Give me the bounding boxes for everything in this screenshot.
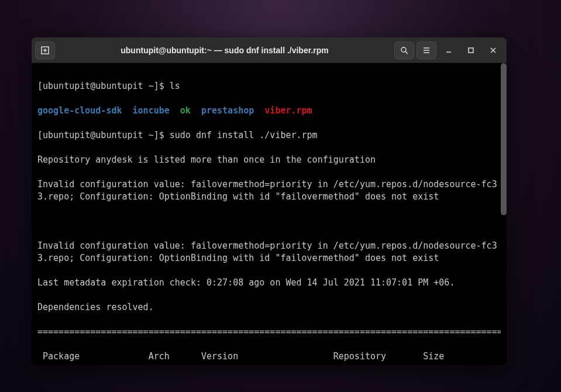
ls-item: ok — [180, 105, 191, 116]
close-button[interactable] — [483, 42, 503, 59]
ls-item: viber.rpm — [264, 105, 312, 116]
hamburger-icon — [422, 46, 431, 54]
command-install: sudo dnf install ./viber.rpm — [170, 130, 318, 140]
terminal-output[interactable]: [ubuntupit@ubuntupit ~]$ ls google-cloud… — [32, 63, 507, 365]
ls-item: prestashop — [201, 105, 254, 116]
ruler-top: ========================================… — [37, 326, 501, 338]
new-tab-button[interactable] — [35, 42, 55, 59]
command-ls: ls — [170, 81, 180, 91]
prompt-line: [ubuntupit@ubuntupit ~]$ ls — [37, 80, 501, 92]
svg-rect-9 — [469, 48, 473, 53]
ls-item: google-cloud-sdk — [37, 105, 122, 116]
search-icon — [400, 46, 408, 54]
prompt: [ubuntupit@ubuntupit ~]$ — [37, 130, 170, 140]
repo-warning: Repository anydesk is listed more than o… — [37, 154, 501, 166]
window-title: ubuntupit@ubuntupit:~ — sudo dnf install… — [55, 46, 394, 55]
blank-line — [37, 215, 501, 228]
terminal-window: ubuntupit@ubuntupit:~ — sudo dnf install… — [32, 37, 507, 365]
titlebar: ubuntupit@ubuntupit:~ — sudo dnf install… — [32, 37, 507, 63]
invalid-config-2: Invalid configuration value: failovermet… — [37, 240, 501, 264]
prompt-line: [ubuntupit@ubuntupit ~]$ sudo dnf instal… — [37, 129, 501, 142]
scrollbar[interactable] — [501, 63, 507, 215]
invalid-config-1: Invalid configuration value: failovermet… — [37, 178, 501, 203]
svg-point-3 — [401, 47, 406, 52]
search-button[interactable] — [394, 42, 414, 59]
maximize-button[interactable] — [461, 42, 481, 59]
minimize-button[interactable] — [439, 42, 459, 59]
deps-resolved: Dependencies resolved. — [37, 301, 501, 314]
pkg-table-header: Package Arch Version Repository Size — [37, 350, 501, 363]
prompt: [ubuntupit@ubuntupit ~]$ — [37, 81, 170, 91]
menu-button[interactable] — [417, 42, 436, 59]
minimize-icon — [446, 47, 452, 53]
ls-item: ioncube — [133, 105, 170, 116]
new-tab-icon — [40, 46, 50, 55]
close-icon — [490, 47, 496, 53]
metadata-check: Last metadata expiration check: 0:27:08 … — [37, 277, 501, 289]
maximize-icon — [468, 47, 474, 53]
ls-output: google-cloud-sdk ioncube ok prestashop v… — [37, 105, 501, 117]
svg-line-4 — [405, 51, 408, 54]
